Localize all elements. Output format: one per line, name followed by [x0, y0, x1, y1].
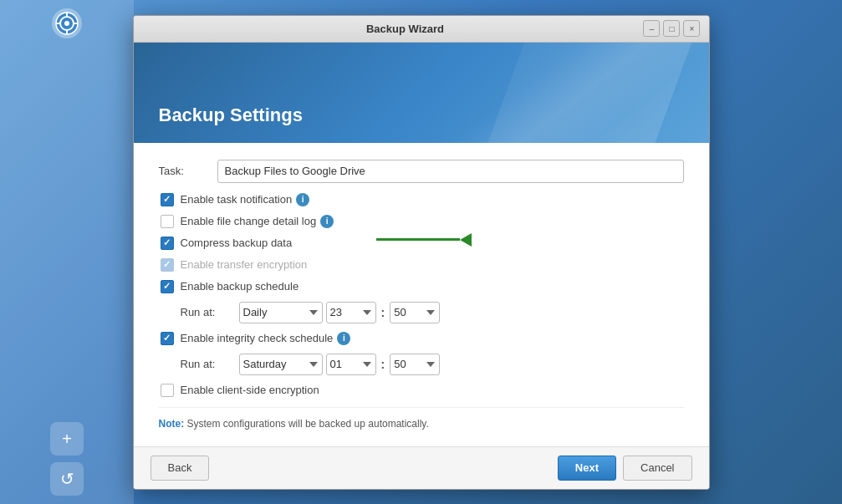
file-change-log-label: Enable file change detail log i [181, 215, 334, 228]
integrity-schedule-run-at-row: Run at: Saturday Sunday Monday Tuesday W… [159, 354, 684, 375]
footer: Back Next Cancel [134, 446, 709, 489]
task-label: Task: [159, 165, 217, 177]
next-button[interactable]: Next [558, 456, 616, 481]
arrow-head [460, 233, 472, 247]
integrity-check-label: Enable integrity check schedule i [181, 332, 351, 345]
transfer-encryption-checkbox [161, 258, 174, 272]
title-bar: Backup Wizard – □ × [134, 16, 709, 43]
minimize-button[interactable]: – [643, 20, 660, 37]
integrity-minute-select[interactable]: 50 00051015 20253035 404555 [390, 354, 440, 375]
integrity-hour-select[interactable]: 01 00020304 05060708 09101112 13141516 1… [326, 354, 376, 375]
notification-checkbox[interactable] [161, 193, 174, 206]
backup-schedule-checkbox[interactable] [161, 280, 174, 293]
compress-label: Compress backup data [181, 237, 293, 249]
file-change-log-checkbox[interactable] [161, 215, 174, 228]
client-encryption-label: Enable client-side encryption [181, 384, 319, 396]
integrity-day-select[interactable]: Saturday Sunday Monday Tuesday Wednesday… [239, 354, 323, 375]
backup-time-colon: : [381, 306, 385, 319]
footer-right: Next Cancel [558, 456, 692, 481]
backup-wizard-window: Backup Wizard – □ × Backup Settings Task… [133, 15, 710, 490]
notification-row: Enable task notification i [159, 193, 684, 206]
compress-row: Compress backup data [159, 237, 684, 250]
backup-hour-select[interactable]: 23 00010203 04050607 08091011 12131415 1… [326, 302, 376, 323]
maximize-button[interactable]: □ [663, 20, 680, 37]
file-change-log-row: Enable file change detail log i [159, 215, 684, 228]
desktop: + ↺ Backup Wizard – □ × Backup Settings [0, 0, 842, 504]
back-button[interactable]: Back [151, 456, 210, 481]
task-input[interactable] [217, 160, 684, 183]
backup-schedule-label: Enable backup schedule [181, 280, 299, 293]
backup-frequency-select[interactable]: Daily Weekly Monthly [239, 302, 323, 323]
cancel-button[interactable]: Cancel [623, 456, 691, 481]
compress-checkbox[interactable] [161, 237, 174, 250]
integrity-schedule-selects: Saturday Sunday Monday Tuesday Wednesday… [239, 354, 441, 375]
task-row: Task: [159, 160, 684, 183]
notification-info-icon[interactable]: i [296, 193, 309, 206]
integrity-time-colon: : [381, 358, 385, 371]
integrity-check-row: Enable integrity check schedule i [159, 332, 684, 345]
window-title: Backup Wizard [366, 23, 444, 35]
header-banner: Backup Settings [134, 43, 709, 143]
client-encryption-row: Enable client-side encryption [159, 384, 684, 397]
backup-run-at-label: Run at: [181, 306, 239, 318]
backup-schedule-selects: Daily Weekly Monthly 23 00010203 0405060… [239, 302, 441, 323]
transfer-encryption-row: Enable transfer encryption [159, 258, 684, 272]
note-label: Note: [159, 418, 185, 430]
backup-schedule-row: Enable backup schedule [159, 280, 684, 293]
file-change-log-info-icon[interactable]: i [320, 215, 334, 228]
notification-label: Enable task notification i [181, 193, 310, 206]
note-area: Note: System configurations will be back… [159, 407, 684, 430]
green-arrow-annotation [376, 233, 472, 247]
header-title: Backup Settings [159, 104, 303, 126]
integrity-check-checkbox[interactable] [161, 332, 174, 345]
transfer-encryption-label: Enable transfer encryption [181, 258, 308, 271]
arrow-line [376, 238, 460, 241]
content-area: Task: Enable task notification i Enable … [134, 143, 709, 446]
integrity-run-at-label: Run at: [181, 358, 239, 370]
title-bar-controls: – □ × [643, 20, 700, 37]
window-overlay: Backup Wizard – □ × Backup Settings Task… [0, 0, 842, 504]
backup-minute-select[interactable]: 50 00051015 20253035 404555 [390, 302, 440, 323]
client-encryption-checkbox[interactable] [161, 384, 174, 397]
backup-schedule-run-at-row: Run at: Daily Weekly Monthly 23 00010203… [159, 302, 684, 323]
note-text: System configurations will be backed up … [187, 418, 429, 430]
integrity-check-info-icon[interactable]: i [337, 332, 350, 345]
close-button[interactable]: × [683, 20, 700, 37]
